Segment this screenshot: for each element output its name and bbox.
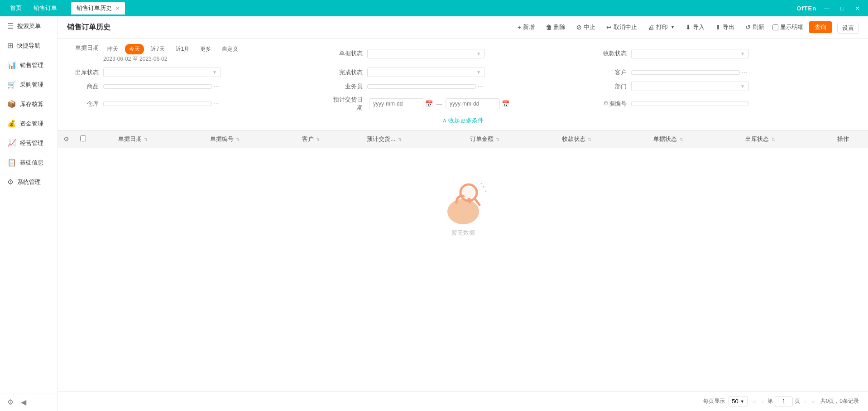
sidebar-item-sales[interactable]: 📊 销售管理 bbox=[0, 55, 58, 75]
salesperson-dots[interactable]: ··· bbox=[476, 82, 485, 91]
bill-status-select[interactable]: ▼ bbox=[367, 49, 485, 58]
cancel-stop-button[interactable]: ↩ 取消中止 bbox=[604, 21, 640, 33]
tab-sales-order-label: 销售订单 bbox=[34, 4, 57, 12]
total-info: 共0页，0条记录 bbox=[820, 397, 859, 405]
select-all-checkbox[interactable] bbox=[80, 135, 86, 141]
sidebar-item-finance[interactable]: 💰 资金管理 bbox=[0, 114, 58, 133]
svg-point-4 bbox=[483, 186, 484, 188]
complete-status-select[interactable]: ▼ bbox=[367, 68, 485, 77]
customer-dots[interactable]: ··· bbox=[740, 68, 749, 77]
print-button[interactable]: 🖨 打印 ▼ bbox=[645, 21, 677, 33]
maximize-button[interactable]: □ bbox=[837, 4, 848, 13]
sidebar-item-quicknav[interactable]: ⊞ 快捷导航 bbox=[0, 36, 58, 55]
th-bill-no[interactable]: 单据编号 ⇅ bbox=[205, 131, 297, 148]
tab-sales-history-label: 销售订单历史 bbox=[77, 4, 112, 12]
date-more[interactable]: 更多 bbox=[196, 44, 215, 54]
collapse-row[interactable]: ∧ 收起更多条件 bbox=[67, 116, 859, 125]
sidebar-item-purchase[interactable]: 🛒 采购管理 bbox=[0, 75, 58, 94]
export-button[interactable]: ⬆ 导出 bbox=[713, 21, 737, 33]
sidebar-item-system[interactable]: ⚙ 系统管理 bbox=[0, 172, 58, 192]
th-bill-status[interactable]: 单据状态 ⇅ bbox=[648, 131, 740, 148]
finance-icon: 💰 bbox=[7, 119, 16, 128]
th-outbound-status[interactable]: 出库状态 ⇅ bbox=[740, 131, 832, 148]
th-customer[interactable]: 客户 ⇅ bbox=[297, 131, 362, 148]
table-header-row: ⚙ 单据日期 ⇅ 单据编号 ⇅ bbox=[58, 131, 868, 148]
page-header: 销售订单历史 + 新增 🗑 删除 ⊘ 中止 ↩ 取消中止 bbox=[58, 16, 868, 39]
date-custom[interactable]: 自定义 bbox=[218, 44, 242, 54]
new-button[interactable]: + 新增 bbox=[515, 21, 537, 33]
complete-status-label: 完成状态 bbox=[331, 68, 367, 77]
per-page-label: 每页显示 bbox=[703, 397, 725, 405]
bill-status-arrow-icon: ▼ bbox=[476, 51, 481, 56]
per-page-select[interactable]: 50 ▼ bbox=[729, 396, 747, 406]
department-label: 部门 bbox=[595, 82, 631, 91]
filter-row-4: 仓库 ··· 预计交货日期 📅 — 📅 单据编号 bbox=[67, 96, 859, 112]
cal-from-icon[interactable]: 📅 bbox=[425, 100, 433, 107]
warehouse-input[interactable] bbox=[103, 102, 212, 106]
tab-sales-history[interactable]: 销售订单历史 ✕ bbox=[71, 2, 125, 15]
cal-to-icon[interactable]: 📅 bbox=[502, 100, 509, 107]
th-date[interactable]: 单据日期 ⇅ bbox=[113, 131, 205, 148]
tab-sales-history-close[interactable]: ✕ bbox=[115, 5, 120, 11]
sidebar-item-search[interactable]: ☰ 搜索菜单 bbox=[0, 16, 58, 36]
sidebar-item-basic[interactable]: 📋 基础信息 bbox=[0, 153, 58, 172]
sidebar-item-operations-label: 经营管理 bbox=[20, 139, 43, 147]
sidebar-item-purchase-label: 采购管理 bbox=[20, 81, 43, 89]
close-button[interactable]: ✕ bbox=[851, 4, 863, 13]
delivery-date-label: 预计交货日期 bbox=[331, 96, 367, 112]
stop-button[interactable]: ⊘ 中止 bbox=[574, 21, 598, 33]
product-input[interactable] bbox=[103, 84, 212, 89]
table-settings-icon[interactable]: ⚙ bbox=[63, 135, 69, 143]
cancel-stop-icon: ↩ bbox=[606, 24, 612, 31]
print-label: 打印 bbox=[656, 23, 668, 31]
department-select[interactable]: ▼ bbox=[631, 82, 749, 91]
bill-no-input[interactable] bbox=[631, 102, 749, 106]
date-yesterday[interactable]: 昨天 bbox=[103, 44, 122, 54]
page-nav: « ‹ 第 页 › » bbox=[751, 396, 817, 406]
warehouse-dots[interactable]: ··· bbox=[212, 100, 221, 108]
purchase-icon: 🛒 bbox=[7, 80, 16, 89]
th-amount[interactable]: 订单金额 ⇅ bbox=[465, 131, 556, 148]
settings-button[interactable]: 设置 bbox=[837, 23, 859, 34]
tab-sales-order[interactable]: 销售订单 ✕ bbox=[28, 2, 70, 15]
product-dots[interactable]: ··· bbox=[212, 82, 221, 91]
query-button[interactable]: 查询 bbox=[809, 21, 832, 33]
sidebar-item-search-label: 搜索菜单 bbox=[17, 22, 41, 30]
prev-page-button[interactable]: ‹ bbox=[760, 397, 766, 406]
th-delivery[interactable]: 预计交货... ⇅ bbox=[361, 131, 464, 148]
tab-sales-order-close[interactable]: ✕ bbox=[61, 5, 65, 11]
sidebar-settings-icon[interactable]: ⚙ bbox=[7, 398, 14, 406]
tab-home[interactable]: 首页 bbox=[5, 2, 27, 15]
th-payment-status-label: 收款状态 bbox=[562, 135, 585, 142]
th-settings[interactable]: ⚙ bbox=[58, 131, 75, 148]
sidebar-collapse-icon[interactable]: ◀ bbox=[21, 398, 26, 406]
date-7days[interactable]: 近7天 bbox=[147, 44, 169, 54]
display-columns-toggle[interactable]: 显示明细 bbox=[772, 23, 804, 31]
last-page-button[interactable]: » bbox=[810, 397, 817, 406]
salesperson-input[interactable] bbox=[367, 84, 476, 89]
page-prefix-label: 第 bbox=[767, 397, 773, 405]
delivery-date-to[interactable] bbox=[446, 98, 500, 109]
delete-button[interactable]: 🗑 删除 bbox=[543, 21, 568, 33]
th-payment-status[interactable]: 收款状态 ⇅ bbox=[556, 131, 648, 148]
outbound-status-select[interactable]: ▼ bbox=[103, 68, 221, 77]
sidebar-item-inventory[interactable]: 📦 库存核算 bbox=[0, 94, 58, 114]
display-columns-checkbox[interactable] bbox=[772, 24, 778, 30]
delivery-date-from[interactable] bbox=[369, 98, 423, 109]
first-page-button[interactable]: « bbox=[751, 397, 758, 406]
payment-status-select[interactable]: ▼ bbox=[631, 49, 749, 58]
minimize-button[interactable]: — bbox=[820, 4, 833, 13]
sidebar-item-operations[interactable]: 📈 经营管理 bbox=[0, 133, 58, 153]
svg-point-2 bbox=[463, 187, 474, 198]
next-page-button[interactable]: › bbox=[802, 397, 808, 406]
date-today[interactable]: 今天 bbox=[125, 44, 144, 54]
filter-row-2: 出库状态 ▼ 完成状态 ▼ 客户 ··· bbox=[67, 68, 859, 77]
th-checkbox[interactable] bbox=[75, 131, 113, 148]
page-number-input[interactable] bbox=[775, 396, 793, 406]
date-1month[interactable]: 近1月 bbox=[172, 44, 194, 54]
refresh-button[interactable]: ↺ 刷新 bbox=[743, 21, 767, 33]
customer-input[interactable] bbox=[631, 70, 740, 75]
import-button[interactable]: ⬇ 导入 bbox=[683, 21, 707, 33]
search-menu-icon: ☰ bbox=[7, 22, 14, 30]
filter-section: 单据日期 昨天 今天 近7天 近1月 更多 自定义 2023-06-02 至 2… bbox=[58, 39, 868, 131]
